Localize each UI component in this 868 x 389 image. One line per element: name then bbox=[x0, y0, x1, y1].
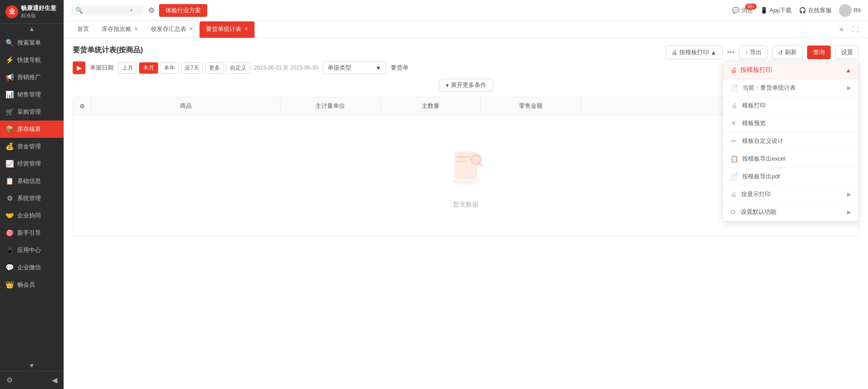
chevron-up-icon: ▲ bbox=[711, 49, 717, 56]
tab-receipt-summary[interactable]: 收发存汇总表 ✕ bbox=[145, 21, 200, 38]
date-btn-this-year[interactable]: 本年 bbox=[160, 62, 179, 74]
expand-arrow-icon: ▶ bbox=[77, 64, 82, 71]
tab-close-inventory-batch[interactable]: ✕ bbox=[134, 26, 138, 32]
tab-maximize-btn[interactable]: ⛶ bbox=[850, 24, 861, 35]
sidebar-nav: 🔍 搜索菜单 ⚡ 快捷导航 📢 营销推广 📊 销售管理 🛒 采购管理 📦 库存核… bbox=[0, 34, 64, 360]
settings-btn[interactable]: 设置 bbox=[835, 45, 859, 59]
purchase-icon: 🛒 bbox=[5, 108, 14, 116]
tab-close-order-stats[interactable]: ✕ bbox=[244, 26, 248, 32]
sidebar-item-enterprise[interactable]: 🤝 企业协同 bbox=[0, 207, 64, 224]
page-actions: 🖨 按模板打印 ▲ ••• ↑ 导出 ↺ 刷新 查询 设置 bbox=[666, 45, 859, 59]
avatar bbox=[839, 4, 852, 17]
trial-btn[interactable]: 体验行业方案 bbox=[159, 4, 207, 17]
user-avatar-area[interactable]: Rit bbox=[839, 4, 861, 17]
gear-icon[interactable]: ⚙ bbox=[148, 6, 155, 15]
finance-icon: 💰 bbox=[5, 142, 14, 151]
date-label: 单据日期 bbox=[90, 64, 114, 72]
date-btn-custom[interactable]: 自定义 bbox=[226, 62, 250, 74]
date-btn-7days[interactable]: 近7天 bbox=[181, 62, 203, 74]
tab-close-receipt-summary[interactable]: ✕ bbox=[189, 26, 193, 32]
collapse-icon[interactable]: ◀ bbox=[52, 376, 57, 384]
sidebar-item-guide[interactable]: 🎯 新手引导 bbox=[0, 224, 64, 242]
tabs-right: ✕ ⛶ bbox=[836, 24, 861, 35]
sidebar-item-membership[interactable]: 👑 畅会员 bbox=[0, 276, 64, 293]
set-default-left: ⚙ 设置默认功能 bbox=[730, 208, 776, 216]
date-btn-more[interactable]: 更多 bbox=[205, 62, 224, 74]
date-btn-this-month[interactable]: 本月 bbox=[139, 62, 158, 74]
dropdown-current-item[interactable]: 📄 当前：要货单统计表 ▶ bbox=[723, 79, 858, 97]
svg-rect-2 bbox=[457, 156, 470, 158]
messages-btn[interactable]: 💬 消息 99+ bbox=[732, 6, 753, 15]
dropdown-header[interactable]: 🖨 按模板打印 ▲ bbox=[723, 61, 858, 79]
sidebar-item-inventory[interactable]: 📦 库存核算 bbox=[0, 121, 64, 138]
th-qty: 主数量 bbox=[381, 97, 481, 115]
dropdown-item-export-excel[interactable]: 📋 按模板导出excel bbox=[723, 150, 858, 168]
order-type-select[interactable]: 单据类型 ▼ bbox=[323, 61, 386, 74]
online-service-btn[interactable]: 🎧 在线客服 bbox=[799, 6, 832, 15]
dropdown-item-export-pdf[interactable]: 📄 按模板导出pdf bbox=[723, 168, 858, 186]
sidebar-item-operations[interactable]: 📈 经营管理 bbox=[0, 155, 64, 172]
search-menu-icon: 🔍 bbox=[5, 39, 14, 47]
sidebar-item-search-menu[interactable]: 🔍 搜索菜单 bbox=[0, 34, 64, 51]
th-unit: 主计量单位 bbox=[280, 97, 381, 115]
sidebar-item-corp-wechat[interactable]: 💬 企业微信 bbox=[0, 259, 64, 276]
settings-icon[interactable]: ⚙ bbox=[6, 376, 13, 384]
page-inner: 要货单统计表(按商品) 🖨 按模板打印 ▲ ••• ↑ 导出 ↺ 刷新 bbox=[64, 38, 868, 389]
export-btn[interactable]: ↑ 导出 bbox=[739, 45, 768, 59]
dropdown-item-template-preview[interactable]: 👁 模板预览 bbox=[723, 115, 858, 132]
tab-close-all-btn[interactable]: ✕ bbox=[836, 24, 847, 35]
topbar-search-area[interactable]: 🔍 ▼ bbox=[71, 5, 144, 15]
dropdown-set-default[interactable]: ⚙ 设置默认功能 ▶ bbox=[723, 203, 858, 221]
empty-text: 暂无数据 bbox=[453, 201, 479, 209]
dropdown-item-template-custom[interactable]: ✏ 模板自定义设计 bbox=[723, 132, 858, 150]
th-settings[interactable]: ⚙ bbox=[73, 98, 91, 114]
dropdown-panel: 🖨 按模板打印 ▲ 📄 当前：要货单统计表 ▶ 🖨 模板打印 bbox=[723, 61, 859, 222]
tab-inventory-batch[interactable]: 库存批次账 ✕ bbox=[95, 21, 145, 38]
sidebar: 业 畅康通好生意 标准版 ▲ 🔍 搜索菜单 ⚡ 快捷导航 📢 营销推广 📊 销售… bbox=[0, 0, 64, 389]
tab-order-stats[interactable]: 要货单统计表 ✕ bbox=[200, 21, 254, 38]
corp-wechat-icon: 💬 bbox=[5, 263, 14, 272]
sidebar-scroll-up[interactable]: ▲ bbox=[0, 24, 64, 34]
sidebar-item-purchase[interactable]: 🛒 采购管理 bbox=[0, 103, 64, 121]
date-filter-buttons: 上月 本月 本年 近7天 更多 自定义 bbox=[118, 62, 318, 74]
system-icon: ⚙ bbox=[5, 194, 14, 202]
service-icon: 🎧 bbox=[799, 7, 806, 14]
filter-expand-btn[interactable]: ▶ bbox=[73, 61, 85, 74]
search-input[interactable] bbox=[85, 7, 126, 14]
sidebar-item-marketing[interactable]: 📢 营销推广 bbox=[0, 69, 64, 86]
sidebar-item-quick-nav[interactable]: ⚡ 快捷导航 bbox=[0, 51, 64, 69]
marketing-icon: 📢 bbox=[5, 73, 14, 81]
search-icon: 🔍 bbox=[75, 7, 83, 14]
sidebar-item-app-center[interactable]: 📱 应用中心 bbox=[0, 242, 64, 259]
dropdown-chevron-up-icon: ▲ bbox=[845, 67, 851, 74]
app-logo-text: 畅康通好生意 标准版 bbox=[21, 5, 56, 19]
date-btn-last-month[interactable]: 上月 bbox=[118, 62, 137, 74]
topbar: 🔍 ▼ ⚙ 体验行业方案 💬 消息 99+ 📱 App下载 🎧 在线客服 R bbox=[64, 0, 868, 21]
sidebar-item-finance[interactable]: 💰 资金管理 bbox=[0, 138, 64, 155]
refresh-btn[interactable]: ↺ 刷新 bbox=[772, 45, 803, 59]
app-download-btn[interactable]: 📱 App下载 bbox=[760, 6, 792, 15]
set-default-icon: ⚙ bbox=[730, 208, 736, 216]
sidebar-scroll-down[interactable]: ▼ bbox=[0, 360, 64, 371]
export-pdf-icon: 📄 bbox=[730, 173, 738, 180]
sidebar-item-sales[interactable]: 📊 销售管理 bbox=[0, 86, 64, 103]
print-template-btn[interactable]: 🖨 按模板打印 ▲ bbox=[666, 45, 723, 59]
dropdown-header-left: 🖨 按模板打印 bbox=[730, 66, 772, 74]
expand-more-icon: ▾ bbox=[446, 82, 449, 89]
th-amount: 零售金额 bbox=[481, 97, 581, 115]
sidebar-item-system[interactable]: ⚙ 系统管理 bbox=[0, 190, 64, 207]
tab-home[interactable]: 首页 bbox=[71, 21, 95, 38]
expand-more-btn[interactable]: ▾ 展开更多条件 bbox=[439, 79, 493, 91]
set-default-chevron: ▶ bbox=[847, 209, 851, 215]
print-icon: 🖨 bbox=[672, 49, 678, 56]
sidebar-logo: 业 畅康通好生意 标准版 bbox=[0, 0, 64, 24]
dropdown-item-template-print[interactable]: 🖨 模板打印 bbox=[723, 97, 858, 115]
search-dropdown-arrow[interactable]: ▼ bbox=[129, 8, 134, 13]
basic-info-icon: 📋 bbox=[5, 177, 14, 185]
dropdown-display-print[interactable]: 🖨 按显示打印 ▶ bbox=[723, 186, 858, 203]
more-options-btn[interactable]: ••• bbox=[727, 48, 735, 56]
query-btn[interactable]: 查询 bbox=[807, 45, 831, 59]
inventory-icon: 📦 bbox=[5, 125, 14, 133]
order-status-label: 要货单 bbox=[391, 64, 409, 72]
sidebar-item-basic-info[interactable]: 📋 基础信息 bbox=[0, 172, 64, 190]
